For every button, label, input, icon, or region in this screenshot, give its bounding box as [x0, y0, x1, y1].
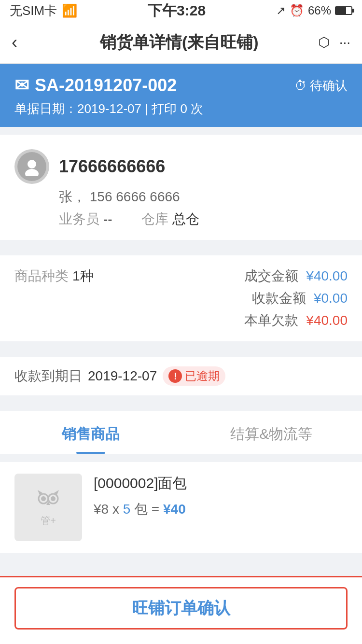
overdue-badge-text: 已逾期	[185, 368, 220, 384]
product-section: 管+ [0000002]面包 ¥8 x 5 包 = ¥40	[0, 462, 362, 553]
person-icon	[22, 157, 42, 176]
overdue-badge: ! 已逾期	[163, 366, 225, 386]
warehouse-meta: 仓库 总仓	[141, 210, 199, 228]
avatar-inner	[17, 152, 46, 181]
summary-section: 商品种类 1种 成交金额 ¥40.00 收款金额 ¥0.00 本单欠款 ¥40.…	[0, 255, 362, 341]
order-date: 单据日期：2019-12-07 | 打印 0 次	[14, 100, 348, 117]
tab-products-label: 销售商品	[62, 426, 120, 442]
owed-label: 本单欠款	[244, 311, 298, 330]
bottom-btn-container: 旺铺订单确认	[0, 576, 362, 644]
tabs-container: 销售商品 结算&物流等	[0, 411, 362, 454]
received-label: 收款金额	[252, 289, 306, 308]
customer-tel: 156 6666 6666	[90, 189, 180, 204]
product-info: [0000002]面包 ¥8 x 5 包 = ¥40	[94, 474, 348, 518]
divider-4	[0, 403, 362, 411]
status-right: ↗ ⏰ 66%	[276, 4, 352, 17]
product-total: ¥40	[163, 502, 186, 517]
overdue-date: 2019-12-07	[88, 368, 157, 384]
time-display: 下午3:28	[148, 1, 206, 21]
deal-amount-row: 成交金额 ¥40.00	[244, 267, 348, 285]
overdue-label: 收款到期日	[14, 367, 82, 385]
customer-phone: 17666666666	[59, 156, 165, 177]
clock-icon: ⏱	[294, 78, 307, 93]
owl-logo-icon	[31, 488, 65, 512]
order-status: ⏱ 待确认	[294, 77, 348, 94]
overdue-section: 收款到期日 2019-12-07 ! 已逾期	[0, 357, 362, 395]
received-amount-row: 收款金额 ¥0.00	[252, 289, 348, 308]
customer-name-tel: 张， 156 6666 6666	[59, 188, 348, 206]
salesman-label: 业务员	[59, 210, 99, 228]
order-status-text: 待确认	[310, 77, 348, 94]
status-left: 无SIM卡 📶	[10, 2, 77, 19]
warning-icon: !	[168, 369, 182, 383]
carrier-text: 无SIM卡	[10, 2, 57, 19]
order-banner-top: ✉ SA-20191207-002 ⏱ 待确认	[14, 75, 348, 96]
tab-settlement[interactable]: 结算&物流等	[181, 411, 362, 454]
customer-section: 17666666666 张， 156 6666 6666 业务员 -- 仓库 总…	[0, 135, 362, 240]
price-equals: =	[152, 502, 163, 517]
envelope-icon: ✉	[14, 75, 29, 96]
summary-row: 商品种类 1种 成交金额 ¥40.00 收款金额 ¥0.00 本单欠款 ¥40.…	[14, 267, 348, 330]
alarm-icon: ⏰	[290, 4, 304, 17]
divider-2	[0, 248, 362, 255]
nav-actions: ⬡ ···	[318, 34, 350, 50]
kind-label: 商品种类	[14, 267, 69, 285]
status-bar: 无SIM卡 📶 下午3:28 ↗ ⏰ 66%	[0, 0, 362, 21]
deal-amount-value: ¥40.00	[306, 268, 348, 284]
order-banner: ✉ SA-20191207-002 ⏱ 待确认 单据日期：2019-12-07 …	[0, 64, 362, 127]
order-id-text: SA-20191207-002	[35, 75, 177, 96]
wifi-icon: 📶	[62, 3, 77, 18]
battery-percent: 66%	[308, 4, 331, 17]
customer-name-text: 张	[59, 189, 72, 204]
received-value: ¥0.00	[314, 291, 348, 306]
tab-products[interactable]: 销售商品	[0, 411, 181, 454]
svg-point-0	[28, 160, 36, 168]
product-price-row: ¥8 x 5 包 = ¥40	[94, 500, 348, 518]
svg-point-5	[51, 496, 56, 501]
product-name: [0000002]面包	[94, 474, 348, 493]
salesman-meta: 业务员 --	[59, 210, 112, 228]
battery-icon	[335, 6, 352, 15]
share-button[interactable]: ⬡	[318, 34, 330, 50]
product-qty: 5	[123, 502, 131, 517]
more-button[interactable]: ···	[339, 35, 350, 50]
salesman-value: --	[103, 211, 112, 227]
order-id: ✉ SA-20191207-002	[14, 75, 177, 96]
divider-3	[0, 349, 362, 357]
product-unit: 包	[134, 502, 148, 517]
summary-right: 成交金额 ¥40.00 收款金额 ¥0.00 本单欠款 ¥40.00	[244, 267, 348, 330]
svg-point-4	[41, 496, 46, 501]
avatar	[14, 149, 49, 184]
product-logo: 管+	[31, 488, 65, 527]
summary-left: 商品种类 1种	[14, 267, 94, 285]
deal-amount-label: 成交金额	[244, 267, 298, 285]
customer-meta: 业务员 -- 仓库 总仓	[59, 210, 348, 228]
nav-bar: ‹ 销货单详情(来自旺铺) ⬡ ···	[0, 21, 362, 64]
location-icon: ↗	[276, 4, 286, 17]
customer-card: 17666666666 张， 156 6666 6666 业务员 -- 仓库 总…	[0, 135, 362, 240]
confirm-order-button[interactable]: 旺铺订单确认	[14, 587, 348, 630]
product-thumbnail: 管+	[14, 474, 82, 541]
warehouse-label: 仓库	[141, 210, 168, 228]
warehouse-value: 总仓	[172, 210, 199, 228]
product-price: ¥8	[94, 502, 109, 517]
owed-amount-row: 本单欠款 ¥40.00	[244, 311, 348, 330]
svg-point-1	[25, 169, 39, 176]
kind-value: 1种	[72, 267, 94, 285]
customer-row: 17666666666	[14, 149, 348, 184]
owed-value: ¥40.00	[306, 313, 348, 328]
page-title: 销货单详情(来自旺铺)	[100, 31, 259, 54]
logo-text: 管+	[41, 514, 56, 527]
tab-settlement-label: 结算&物流等	[230, 426, 312, 442]
back-button[interactable]: ‹	[12, 32, 41, 53]
tabs-row: 销售商品 结算&物流等	[0, 411, 362, 454]
price-multiply: x	[112, 502, 123, 517]
divider-1	[0, 127, 362, 135]
product-item: 管+ [0000002]面包 ¥8 x 5 包 = ¥40	[14, 474, 348, 541]
